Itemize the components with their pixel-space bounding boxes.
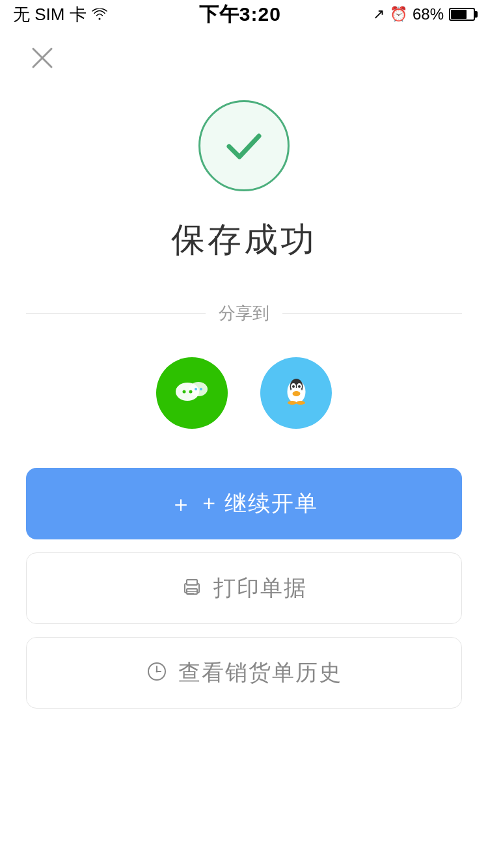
qq-icon bbox=[275, 372, 318, 414]
status-time: 下午3:20 bbox=[199, 1, 281, 28]
status-right: ↗ ⏰ 68% bbox=[373, 5, 475, 23]
location-icon: ↗ bbox=[373, 6, 385, 23]
history-label: 查看销货单历史 bbox=[178, 658, 342, 688]
printer-icon bbox=[181, 576, 203, 601]
close-icon bbox=[31, 46, 54, 70]
svg-rect-20 bbox=[187, 580, 197, 585]
carrier-text: 无 SIM 卡 bbox=[13, 3, 87, 26]
divider-left bbox=[26, 313, 206, 314]
close-button-area bbox=[0, 29, 488, 81]
svg-point-13 bbox=[298, 385, 301, 388]
continue-order-label: + 继续开单 bbox=[202, 489, 318, 519]
share-label: 分享到 bbox=[219, 302, 269, 325]
battery-icon bbox=[449, 8, 475, 21]
share-divider-row: 分享到 bbox=[26, 302, 462, 325]
wechat-share-button[interactable] bbox=[156, 357, 228, 429]
status-carrier: 无 SIM 卡 bbox=[13, 3, 107, 26]
svg-point-16 bbox=[288, 401, 297, 405]
wechat-icon bbox=[171, 372, 213, 414]
svg-point-7 bbox=[200, 388, 202, 390]
wifi-icon bbox=[92, 8, 107, 20]
svg-point-5 bbox=[189, 390, 192, 393]
share-icons-row bbox=[26, 351, 462, 448]
action-area: ＋ + 继续开单 打印单据 查看销货单历史 bbox=[0, 448, 488, 709]
check-circle bbox=[198, 100, 290, 191]
print-button[interactable]: 打印单据 bbox=[26, 552, 462, 624]
divider-right bbox=[282, 313, 462, 314]
svg-point-12 bbox=[292, 385, 295, 388]
alarm-icon: ⏰ bbox=[390, 6, 407, 23]
print-label: 打印单据 bbox=[213, 573, 307, 603]
svg-point-6 bbox=[195, 388, 197, 390]
continue-order-button[interactable]: ＋ + 继续开单 bbox=[26, 468, 462, 539]
svg-point-4 bbox=[182, 390, 185, 393]
plus-icon: ＋ bbox=[170, 493, 192, 515]
battery-text: 68% bbox=[413, 5, 444, 23]
success-area: 保存成功 bbox=[0, 81, 488, 289]
svg-point-17 bbox=[296, 401, 305, 405]
qq-share-button[interactable] bbox=[260, 357, 332, 429]
close-button[interactable] bbox=[26, 42, 59, 74]
status-bar: 无 SIM 卡 下午3:20 ↗ ⏰ 68% bbox=[0, 0, 488, 29]
history-button[interactable]: 查看销货单历史 bbox=[26, 637, 462, 709]
history-icon bbox=[146, 660, 168, 686]
success-title: 保存成功 bbox=[171, 217, 317, 263]
share-area: 分享到 bbox=[0, 302, 488, 448]
svg-point-15 bbox=[292, 391, 300, 396]
svg-point-3 bbox=[189, 382, 208, 396]
checkmark-icon bbox=[221, 123, 267, 169]
